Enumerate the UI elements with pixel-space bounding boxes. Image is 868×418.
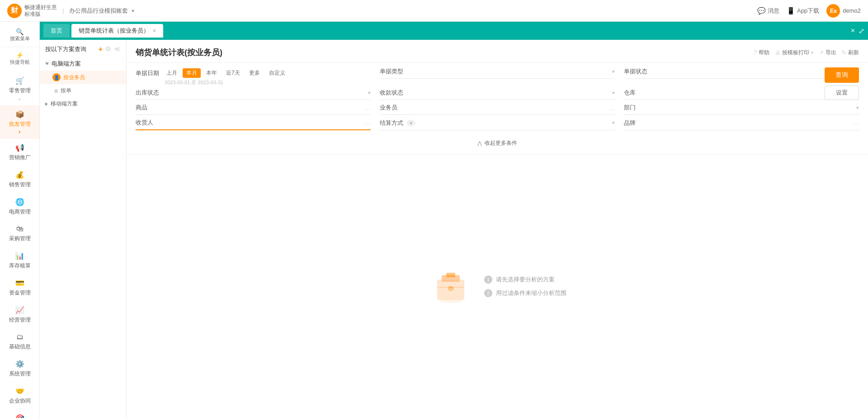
sidebar-nav: 🛒 零售管理 ▴ 📦 批发管理 ▾ 📢 营销推广 💰 销售管理 (0, 72, 39, 418)
settle-tag-item[interactable]: × (407, 120, 415, 126)
svg-rect-2 (446, 273, 455, 277)
user-label: demo2 (843, 7, 861, 14)
date-tab-thisyear[interactable]: 本年 (203, 68, 221, 78)
tab-maximize-btn[interactable]: ⤢ (859, 27, 864, 35)
sidebar-search[interactable]: 🔍 搜索菜单 (0, 25, 39, 47)
sidebar-item-operations[interactable]: 📈 经营管理 (0, 301, 39, 328)
filter-settle: 结算方式 × ▾ (380, 119, 615, 130)
print-btn[interactable]: 🖨 按模板打印 ▾ (775, 49, 814, 57)
tab-sales-stat[interactable]: 销货单统计表（按业务员） × (71, 24, 163, 38)
tab-home-label: 首页 (51, 27, 62, 35)
sidebar-item-marketing[interactable]: 📢 营销推广 (0, 139, 39, 166)
sidebar-item-inventory[interactable]: 📊 库存核算 (0, 247, 39, 274)
main-content: 销货单统计表(按业务员) ? 帮助 🖨 按模板打印 ▾ (127, 40, 868, 418)
msg-action[interactable]: 💬 消息 (757, 7, 779, 15)
print-dropdown-icon[interactable]: ▾ (811, 50, 814, 56)
out-status-chevron[interactable]: ▾ (368, 90, 371, 96)
schema-by-order[interactable]: ≡ 按单 (40, 84, 126, 97)
sidebar-item-ecommerce-label: 电商管理 (9, 208, 31, 216)
app-logo: 财 畅捷通好生意 标准版 (7, 4, 57, 18)
sidebar-item-enterprise[interactable]: 🤝 企业协同 (0, 382, 39, 409)
brand-dots[interactable]: … (853, 119, 859, 126)
empty-tip-1: 1 请先选择要分析的方案 (484, 276, 566, 284)
doc-type-label: 单据类型 (380, 67, 403, 76)
doc-type-chevron[interactable]: ▾ (612, 69, 615, 75)
collapse-btn-label: 收起更多条件 (485, 139, 517, 147)
warehouse-label: 仓库 (624, 89, 636, 97)
sidebar-item-finance[interactable]: 💳 资金管理 (0, 274, 39, 301)
print-icon: 🖨 (775, 49, 780, 56)
svg-point-5 (439, 299, 462, 303)
dept-chevron[interactable]: ▾ (856, 105, 859, 111)
query-btn[interactable]: 查询 (825, 67, 859, 83)
sidebar-item-wholesale-label: 批发管理 (9, 120, 31, 128)
settle-chevron[interactable]: ▾ (612, 120, 615, 126)
tip-num-1: 1 (484, 276, 492, 284)
brand-label: 品牌 (624, 119, 636, 127)
sidebar-item-sales[interactable]: 💰 销售管理 (0, 166, 39, 193)
schema-group-desktop: 电脑端方案 👤 按业务员 ≡ 按单 (40, 57, 126, 97)
breadcrumb-dropdown[interactable]: ▾ (132, 8, 134, 14)
collapse-btn[interactable]: ⋀ 收起更多条件 (474, 136, 521, 151)
export-btn[interactable]: ↗ 导出 (819, 49, 836, 57)
schema-group-mobile[interactable]: 移动端方案 (40, 97, 126, 110)
collect-status-chevron[interactable]: ▾ (612, 90, 615, 96)
refresh-btn[interactable]: ↻ 刷新 (842, 49, 859, 57)
logo-text-line1: 畅捷通好生意 (24, 4, 57, 10)
tip-text-1: 请先选择要分析的方案 (496, 276, 555, 284)
collapse-panel-icon[interactable]: ≪ (114, 45, 121, 53)
schema-group-desktop-header[interactable]: 电脑端方案 (40, 57, 126, 71)
schema-order-icon: ≡ (54, 87, 58, 95)
date-tab-thismonth[interactable]: 本月 (183, 68, 201, 78)
sidebar-item-wholesale[interactable]: 📦 批发管理 ▾ (0, 105, 39, 139)
schema-group-desktop-label: 电脑端方案 (52, 60, 81, 68)
sidebar-item-retail-label: 零售管理 (9, 87, 31, 95)
collect-status-label: 收款状态 (380, 89, 403, 97)
filter-doc-status: 单据状态 ▾ (624, 67, 859, 79)
consignee-dots[interactable]: … (365, 119, 371, 126)
help-btn[interactable]: ? 帮助 (754, 49, 769, 57)
settings-schema-icon[interactable]: ⚙ (105, 45, 111, 53)
sidebar-item-basic-label: 基础信息 (9, 343, 31, 351)
filter-salesman: 业务员 … (380, 104, 615, 115)
sidebar-item-operations-label: 经营管理 (9, 316, 31, 324)
sidebar-item-retail[interactable]: 🛒 零售管理 ▴ (0, 72, 39, 105)
refresh-label: 刷新 (848, 49, 859, 57)
tab-close-icon[interactable]: × (153, 28, 156, 34)
sidebar-item-newbie[interactable]: 🎯 新手引导 (0, 409, 39, 418)
salesman-dots[interactable]: … (609, 104, 615, 111)
date-tab-more[interactable]: 更多 (245, 68, 264, 78)
empty-state: 1 请先选择要分析的方案 2 用过滤条件来缩小分析范围 (127, 155, 868, 418)
user-menu[interactable]: Ea demo2 (826, 4, 861, 18)
print-label: 按模板打印 (782, 49, 809, 57)
export-label: 导出 (826, 49, 836, 57)
settle-tag-x-icon[interactable]: × (410, 120, 412, 126)
settle-label: 结算方式 (380, 119, 403, 127)
date-tab-custom[interactable]: 自定义 (265, 68, 289, 78)
logo-text-line2: 标准版 (24, 11, 57, 17)
schema-group-mobile-label: 移动端方案 (51, 100, 78, 108)
dept-label: 部门 (624, 104, 636, 112)
sidebar-item-basic[interactable]: 🗂 基础信息 (0, 328, 39, 355)
app-download-action[interactable]: 📱 App下载 (787, 7, 819, 15)
filter-out-status: 出库状态 ▾ (136, 89, 371, 100)
date-tab-7days[interactable]: 近7天 (222, 68, 244, 78)
settings-btn[interactable]: 设置 (825, 86, 859, 100)
tab-minimize-btn[interactable]: × (851, 27, 855, 35)
add-schema-icon[interactable]: + (99, 45, 103, 53)
tab-home[interactable]: 首页 (43, 24, 70, 38)
avatar: Ea (826, 4, 840, 18)
left-panel-title: 按以下方案查询 (45, 45, 86, 53)
schema-active-icon: 👤 (52, 73, 61, 81)
sidebar-shortcut-nav[interactable]: ⚡ 快捷导航 (0, 49, 39, 68)
salesman-label: 业务员 (380, 104, 397, 112)
sidebar-item-ecommerce[interactable]: 🌐 电商管理 (0, 193, 39, 220)
date-range-display: 2023-03-01 至 2023-03-31 (165, 80, 223, 85)
date-tab-lastmonth[interactable]: 上月 (163, 68, 181, 78)
schema-by-salesman[interactable]: 👤 按业务员 (40, 71, 126, 84)
filter-consignee: 收货人 … (136, 119, 371, 130)
mobile-expand-icon (45, 102, 48, 106)
sidebar-item-system[interactable]: ⚙️ 系统管理 (0, 355, 39, 382)
goods-dots[interactable]: … (365, 104, 371, 111)
sidebar-item-purchase[interactable]: 🛍 采购管理 (0, 220, 39, 247)
